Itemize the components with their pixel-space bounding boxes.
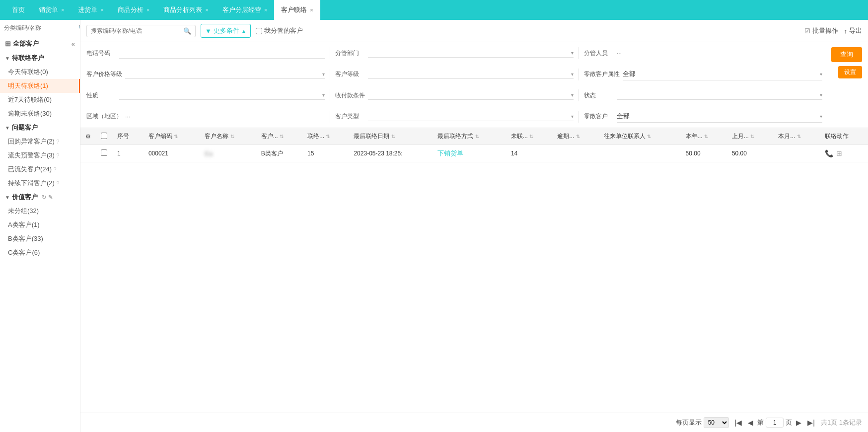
filter-row-4: 区域（地区） ··· 客户类型 ▾ bbox=[86, 110, 822, 123]
nav-customer-contact[interactable]: 客户联络 × bbox=[274, 0, 320, 20]
settings-button[interactable]: 设置 bbox=[838, 66, 862, 78]
filter-dots-manager[interactable]: ··· bbox=[617, 50, 622, 57]
cell-last-month: 50.00 bbox=[727, 145, 773, 162]
sidebar-item-all[interactable]: ⊞ 全部客户 « bbox=[0, 36, 80, 51]
divider bbox=[330, 47, 330, 59]
arrow-icon: ▼ bbox=[5, 125, 10, 131]
nav-product-analysis[interactable]: 商品分析 × bbox=[111, 0, 156, 20]
close-icon[interactable]: × bbox=[61, 7, 64, 13]
phone-icon[interactable]: 📞 bbox=[825, 149, 833, 157]
chevron-down-icon: ▾ bbox=[322, 92, 325, 98]
divider bbox=[330, 69, 330, 80]
close-icon[interactable]: × bbox=[146, 7, 149, 13]
col-type[interactable]: 客户... ⇅ bbox=[256, 128, 302, 145]
page-size-select[interactable]: 50 100 200 bbox=[704, 417, 729, 428]
filter-label-payment: 收付款条件 bbox=[335, 91, 365, 100]
col-contacts[interactable]: 联络... ⇅ bbox=[302, 128, 349, 145]
sidebar-item-churned[interactable]: 已流失客户(24) ? bbox=[0, 162, 80, 176]
filter-input-phone[interactable] bbox=[119, 48, 325, 59]
filter-select-customer-grade[interactable]: ▾ bbox=[368, 70, 574, 79]
export-button[interactable]: ↑ 导出 bbox=[844, 26, 863, 35]
table-header-row: ⚙ 序号 客户编码 ⇅ 客户名称 ⇅ 客户... ⇅ 联络... ⇅ 最后联络日… bbox=[80, 128, 868, 145]
cell-checkbox[interactable] bbox=[96, 145, 112, 162]
sidebar-item-abnormal[interactable]: 回购异常客户(2) ? bbox=[0, 135, 80, 148]
filter-select-payment[interactable]: ▾ bbox=[368, 91, 574, 100]
col-settings[interactable]: ⚙ bbox=[80, 128, 96, 145]
cell-last-method[interactable]: 下销货单 bbox=[433, 145, 506, 162]
next-page-button[interactable]: ▶ bbox=[794, 418, 803, 428]
filter-select-retail-attr[interactable]: 全部 ▾ bbox=[623, 68, 822, 80]
sidebar-group-pending[interactable]: ▼ 待联络客户 bbox=[0, 51, 80, 65]
pagination: |◀ ◀ 第 页 ▶ ▶| bbox=[733, 418, 817, 428]
sidebar-item-tomorrow-pending[interactable]: 明天待联络(1) bbox=[0, 79, 80, 93]
filter-select-customer-type[interactable]: ▾ bbox=[368, 112, 574, 121]
search-input[interactable] bbox=[91, 27, 180, 34]
sidebar-group-problem[interactable]: ▼ 问题客户 bbox=[0, 121, 80, 135]
col-uncontacted[interactable]: 未联... ⇅ bbox=[506, 128, 552, 145]
nav-customer-tier[interactable]: 客户分层经营 × bbox=[216, 0, 274, 20]
filter-select-status[interactable]: ▾ bbox=[617, 91, 822, 100]
filter-payment: 收付款条件 ▾ bbox=[335, 91, 574, 100]
col-last-method[interactable]: 最后联络方式 ⇅ bbox=[433, 128, 506, 145]
filter-customer-grade: 客户等级 ▾ bbox=[335, 70, 574, 79]
cell-uncontacted: 14 bbox=[506, 145, 552, 162]
sidebar-item-declining[interactable]: 持续下滑客户(2) ? bbox=[0, 176, 80, 190]
page-number-input[interactable] bbox=[766, 418, 784, 428]
collapse-icon[interactable]: « bbox=[72, 40, 75, 48]
col-current-month[interactable]: 本月... ⇅ bbox=[773, 128, 819, 145]
sidebar-item-class-b[interactable]: B类客户(33) bbox=[0, 232, 80, 246]
close-icon[interactable]: × bbox=[100, 7, 103, 13]
sort-icon: ⇅ bbox=[326, 134, 330, 139]
sidebar-item-today-pending[interactable]: 今天待联络(0) bbox=[0, 65, 80, 79]
filter-label-manager: 分管人员 bbox=[584, 49, 614, 58]
query-button[interactable]: 查询 bbox=[831, 47, 862, 62]
col-name[interactable]: 客户名称 ⇅ bbox=[200, 128, 256, 145]
sidebar-search-input[interactable] bbox=[4, 24, 78, 31]
prev-page-button[interactable]: ◀ bbox=[746, 418, 755, 428]
search-icon[interactable]: 🔍 bbox=[183, 27, 191, 35]
sidebar-item-7days-pending[interactable]: 近7天待联络(0) bbox=[0, 93, 80, 107]
close-icon[interactable]: × bbox=[310, 7, 313, 13]
close-icon[interactable]: × bbox=[264, 7, 267, 13]
sidebar-item-ungrouped[interactable]: 未分组(32) bbox=[0, 204, 80, 218]
nav-sales-order[interactable]: 销货单 × bbox=[32, 0, 71, 20]
select-all-checkbox[interactable] bbox=[101, 133, 107, 139]
col-current-year[interactable]: 本年... ⇅ bbox=[681, 128, 727, 145]
my-customers-checkbox[interactable] bbox=[256, 28, 262, 34]
nav-purchase-order[interactable]: 进货单 × bbox=[71, 0, 110, 20]
first-page-button[interactable]: |◀ bbox=[733, 418, 744, 428]
chevron-down-icon: ▾ bbox=[571, 72, 574, 77]
col-last-date[interactable]: 最后联络日期 ⇅ bbox=[349, 128, 433, 145]
row-checkbox[interactable] bbox=[101, 149, 107, 156]
sidebar-group-value[interactable]: ▼ 价值客户 ↻ ✎ bbox=[0, 190, 80, 204]
filter-select-price-level[interactable]: ▾ bbox=[125, 70, 325, 79]
last-contact-link[interactable]: 下销货单 bbox=[437, 149, 463, 157]
last-page-button[interactable]: ▶| bbox=[805, 418, 817, 428]
col-last-month[interactable]: 上月... ⇅ bbox=[727, 128, 773, 145]
page-label: 第 bbox=[757, 418, 764, 427]
nav-home[interactable]: 首页 bbox=[5, 0, 32, 20]
filter-row-2: 客户价格等级 ▾ 客户等级 ▾ bbox=[86, 68, 822, 80]
col-overdue[interactable]: 逾期... ⇅ bbox=[552, 128, 598, 145]
col-code[interactable]: 客户编码 ⇅ bbox=[144, 128, 200, 145]
col-checkbox[interactable] bbox=[96, 128, 112, 145]
refresh-icon[interactable]: ↻ bbox=[42, 194, 46, 201]
filter-select-nature[interactable]: ▾ bbox=[119, 91, 325, 100]
sidebar-item-overdue[interactable]: 逾期未联络(30) bbox=[0, 107, 80, 121]
filter-select-retail[interactable]: 全部 ▾ bbox=[617, 110, 822, 123]
filter-more-button[interactable]: ▼ 更多条件 ▲ bbox=[201, 24, 251, 38]
sort-icon: ⇅ bbox=[529, 134, 533, 139]
divider bbox=[330, 89, 330, 101]
filter-select-dept[interactable]: ▾ bbox=[368, 49, 574, 58]
grid-action-icon[interactable]: ⊞ bbox=[836, 149, 842, 157]
col-contact-person[interactable]: 往来单位联系人 ⇅ bbox=[599, 128, 681, 145]
edit-icon[interactable]: ✎ bbox=[48, 194, 53, 201]
nav-product-analysis-list[interactable]: 商品分析列表 × bbox=[156, 0, 215, 20]
batch-operation-button[interactable]: ☑ 批量操作 bbox=[804, 26, 838, 35]
sidebar-item-churn-warning[interactable]: 流失预警客户(3) ? bbox=[0, 148, 80, 162]
filter-dots-region[interactable]: ··· bbox=[125, 113, 130, 120]
close-icon[interactable]: × bbox=[205, 7, 208, 13]
customer-name-text: Ea bbox=[205, 150, 213, 157]
sidebar-item-class-a[interactable]: A类客户(1) bbox=[0, 218, 80, 232]
sidebar-item-class-c[interactable]: C类客户(6) bbox=[0, 246, 80, 260]
